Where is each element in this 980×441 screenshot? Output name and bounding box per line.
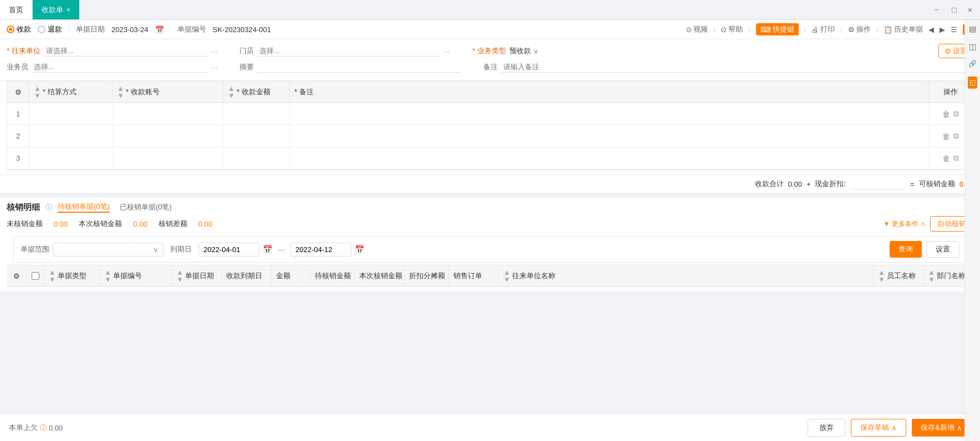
doc-date-label: 单据日期 <box>76 24 105 34</box>
video-btn[interactable]: ⊙ 视频 <box>686 24 708 34</box>
row-1-method[interactable] <box>29 103 113 125</box>
partner-field: * 往来单位 ··· <box>7 45 217 57</box>
radio-refund-label: 退款 <box>48 24 62 34</box>
row-3-num: 3 <box>7 147 29 169</box>
row-1-remark[interactable] <box>290 103 928 125</box>
partner-input[interactable] <box>44 45 209 57</box>
sort-employee-icon: ▲▼ <box>878 269 885 283</box>
row-1-account[interactable] <box>113 103 223 125</box>
save-new-button[interactable]: 保存&新增 ∧ <box>912 419 971 437</box>
remark-field: 备注 <box>483 61 973 73</box>
nav-left-icon[interactable]: ◀ <box>928 25 934 34</box>
salesperson-input[interactable] <box>32 61 209 73</box>
filter-row: 单据范围 ∨ 到期日 📅 — 📅 查询 设置 <box>13 236 967 263</box>
row-3-account[interactable] <box>113 147 223 169</box>
save-draft-button[interactable]: 保存草稿 ∧ <box>851 419 906 437</box>
discard-button[interactable]: 放弃 <box>808 419 845 437</box>
query-button[interactable]: 查询 <box>890 241 922 258</box>
doc-date-value[interactable]: 2023-03-24 <box>111 25 149 34</box>
help-btn[interactable]: ⊙ 帮助 <box>721 24 743 34</box>
sidebar-icon-capture[interactable]: ◱ <box>968 76 977 89</box>
maximize-button[interactable]: □ <box>948 4 959 16</box>
store-more-icon[interactable]: ··· <box>444 47 450 55</box>
btcol-recvdate: 收款到期日 <box>222 265 272 286</box>
tab-active-collect[interactable]: 收款单 × <box>33 0 79 19</box>
radio-refund[interactable]: 退款 <box>38 24 62 34</box>
verify-tab-pending[interactable]: 待核销单据(0笔) <box>58 202 110 213</box>
save-draft-label: 保存草稿 <box>860 423 889 433</box>
col-remark-header: * 备注 <box>290 81 928 102</box>
sort-amount-icon: ▲▼ <box>228 85 235 99</box>
remark-input[interactable] <box>501 61 973 73</box>
doc-range-select[interactable]: ∨ <box>53 243 164 257</box>
row-3-remark[interactable] <box>290 147 928 169</box>
sidebar-icon-2[interactable]: ◫ <box>969 42 976 51</box>
btcol-num: ▲▼ 单据编号 <box>100 265 172 286</box>
tab-home[interactable]: 首页 <box>0 0 33 19</box>
nav-right-icon[interactable]: ▶ <box>940 25 945 34</box>
operation-btn[interactable]: ⚙ 操作 <box>848 24 871 34</box>
btcol-discount-label: 折扣分摊额 <box>409 271 445 281</box>
row-3-delete-icon[interactable]: 🗑 <box>942 154 950 163</box>
sidebar-icon-link[interactable]: 🔗 <box>968 60 977 68</box>
radio-collect[interactable]: 收款 <box>7 24 31 34</box>
row-2-delete-icon[interactable]: 🗑 <box>942 132 950 141</box>
row-2-method[interactable] <box>29 125 113 147</box>
btcol-settings[interactable]: ⚙ <box>7 265 27 286</box>
salesperson-label: 业务员 <box>7 62 28 72</box>
row-1-copy-icon[interactable]: ⧉ <box>953 109 959 119</box>
sidebar-icon-1[interactable]: ▤ <box>969 24 976 33</box>
date-from-input[interactable] <box>198 243 259 257</box>
footer-bar: 本单上欠 ⓘ 0.00 放弃 保存草稿 ∧ 保存&新增 ∧ <box>0 414 980 441</box>
calendar-icon[interactable]: 📅 <box>155 25 164 34</box>
business-type-chevron[interactable]: ∨ <box>533 47 539 55</box>
doc-num-value[interactable]: SK-20230324-001 <box>213 25 272 34</box>
unverified-label: 未核销金额 <box>7 219 43 229</box>
row-1-delete-icon[interactable]: 🗑 <box>942 110 950 119</box>
salesperson-more-icon[interactable]: ··· <box>211 63 217 71</box>
cal-to-icon[interactable]: 📅 <box>355 245 364 254</box>
settings-icon: ⚙ <box>945 47 951 55</box>
close-button[interactable]: × <box>964 4 976 16</box>
tab-close-icon[interactable]: × <box>67 6 70 14</box>
sort-date-icon: ▲▼ <box>176 269 183 283</box>
date-to-input[interactable] <box>290 243 351 257</box>
row-2-copy-icon[interactable]: ⧉ <box>953 131 959 141</box>
btcol-check[interactable] <box>27 265 44 286</box>
store-field: 门店 ··· <box>239 45 450 57</box>
radio-refund-dot <box>38 25 45 33</box>
row-2-account[interactable] <box>113 125 223 147</box>
verify-right: ▼ 更多条件 ∧ 自动核销 <box>883 216 973 232</box>
table-header: ⚙ ▲▼ * 结算方式 ▲▼ * 收款账号 ▲▼ * 收款金额 * 备注 操作 <box>7 81 973 103</box>
select-all-checkbox[interactable] <box>32 272 39 280</box>
cash-discount-input[interactable] <box>850 178 906 189</box>
divider2: | <box>748 25 750 34</box>
filter-settings-button[interactable]: 设置 <box>926 241 959 258</box>
partner-more-icon[interactable]: ··· <box>211 47 217 55</box>
row-3-method[interactable] <box>29 147 113 169</box>
verify-tab-done[interactable]: 已核销单据(0笔) <box>120 202 172 212</box>
store-input[interactable] <box>257 45 442 57</box>
row-1-amount[interactable] <box>223 103 290 125</box>
btcol-employee-label: 员工名称 <box>887 271 916 281</box>
form-row-1: * 往来单位 ··· 门店 ··· * 业务类型 预收款 ∨ ⚙ 设 <box>7 44 973 58</box>
minimize-button[interactable]: － <box>930 4 944 16</box>
tab-bar: 首页 收款单 × － □ × <box>0 0 980 20</box>
row-3-copy-icon[interactable]: ⧉ <box>953 153 959 163</box>
btcol-num-label: 单据编号 <box>113 271 142 281</box>
history-btn[interactable]: 📋 历史单据 <box>884 24 923 34</box>
cal-from-icon[interactable]: 📅 <box>263 245 272 254</box>
more-conditions-btn[interactable]: ▼ 更多条件 ∧ <box>883 219 926 229</box>
print-btn[interactable]: 🖨 打印 <box>811 24 835 34</box>
shortcut-btn[interactable]: ⌨ 快捷键 <box>756 23 799 35</box>
doc-num-label: 单据编号 <box>177 24 206 34</box>
row-3-amount[interactable] <box>223 147 290 169</box>
col-settings-header[interactable]: ⚙ <box>7 81 29 102</box>
verify-title-row: 核销明细 ⓘ 待核销单据(0笔) 已核销单据(0笔) <box>7 202 973 213</box>
list-icon[interactable]: ☰ <box>951 25 957 34</box>
row-2-amount[interactable] <box>223 125 290 147</box>
btcol-current-label: 本次核销金额 <box>359 271 402 281</box>
row-2-remark[interactable] <box>290 125 928 147</box>
summary-row: 收款合计 0.00 + 现金折扣: = 可核销金额 0.00 <box>0 175 980 193</box>
summary-input[interactable] <box>257 61 461 73</box>
